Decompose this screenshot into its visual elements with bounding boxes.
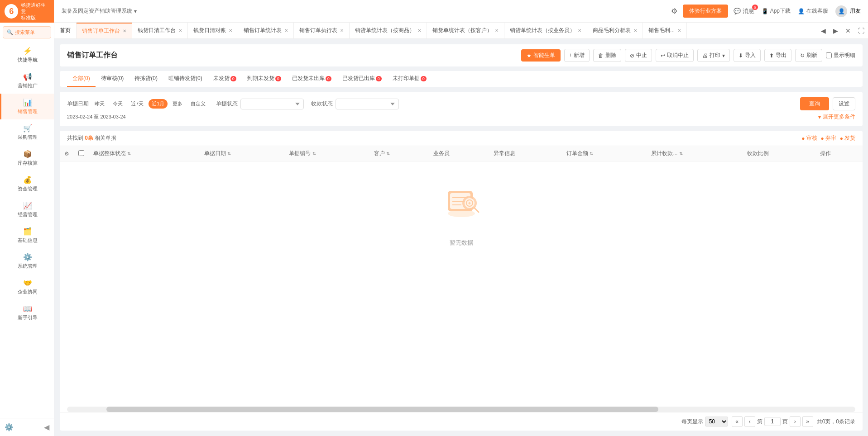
delete-button[interactable]: 🗑 删除: [593, 49, 621, 62]
sidebar-item-system[interactable]: ⚙️ 系统管理: [0, 248, 54, 274]
settings-icon[interactable]: ⚙️: [5, 423, 14, 431]
solution-button[interactable]: 体验行业方案: [683, 5, 728, 18]
tab-close-sales-more[interactable]: ✕: [677, 28, 681, 33]
date-custom-btn[interactable]: 自定义: [187, 99, 209, 109]
import-button[interactable]: ⬇ 导入: [734, 49, 761, 62]
select-all-checkbox[interactable]: [78, 150, 84, 156]
col-date[interactable]: 单据日期 ⇅: [200, 146, 285, 161]
cancel-audit-action-button[interactable]: ● 弃审: [821, 134, 836, 142]
sidebar-item-purchase[interactable]: 🛒 采购管理: [0, 119, 54, 145]
subtab-pending-inspect[interactable]: 待拣货(0): [129, 71, 163, 87]
tab-close-sales-single-staff[interactable]: ✕: [578, 28, 581, 33]
page-input[interactable]: [764, 417, 781, 426]
sidebar-item-finance[interactable]: 💰 资金管理: [0, 171, 54, 197]
system-icon: ⚙️: [23, 253, 32, 261]
tab-close-cash-daily[interactable]: ✕: [178, 28, 182, 33]
subtab-not-shipped[interactable]: 未发货0: [208, 71, 242, 87]
show-detail-checkbox[interactable]: [826, 52, 832, 58]
per-page-select[interactable]: 50 100: [705, 417, 728, 427]
tab-prev-button[interactable]: ◀: [817, 23, 830, 39]
col-amount[interactable]: 订单金额 ⇅: [562, 146, 647, 161]
sidebar-item-marketing[interactable]: 📢 营销推广: [0, 68, 54, 94]
subtab-wangpu-pending[interactable]: 旺铺待发货(0): [163, 71, 208, 87]
col-customer[interactable]: 客户 ⇅: [369, 146, 429, 161]
date-7days-btn[interactable]: 近7天: [128, 99, 147, 109]
next-page-button[interactable]: ›: [790, 416, 801, 427]
payment-select[interactable]: [336, 99, 399, 109]
date-1month-btn[interactable]: 近1月: [149, 99, 168, 109]
tab-sales-single-product[interactable]: 销货单统计表（按商品） ✕: [350, 23, 427, 39]
col-settings[interactable]: ⚙: [60, 146, 74, 161]
refresh-button[interactable]: ↻ 刷新: [795, 49, 822, 62]
sidebar-item-sales[interactable]: 📊 销售管理: [0, 94, 54, 119]
show-detail-checkbox-label[interactable]: 显示明细: [826, 52, 855, 59]
export-button[interactable]: ⬆ 导出: [764, 49, 791, 62]
settings-gear-icon[interactable]: ⚙: [671, 7, 677, 15]
col-checkbox[interactable]: [74, 146, 89, 161]
tab-close-sales-stat[interactable]: ✕: [284, 28, 288, 33]
tab-close-sales-single-customer[interactable]: ✕: [495, 28, 499, 33]
col-status[interactable]: 单据整体状态 ⇅: [89, 146, 200, 161]
date-more-btn[interactable]: 更多: [169, 99, 186, 109]
tab-sales-workbench[interactable]: 销售订单工作台 ✕: [77, 23, 132, 39]
tab-sales-single-staff[interactable]: 销货单统计表（按业务员） ✕: [504, 23, 587, 39]
ship-action-button[interactable]: ● 发货: [840, 134, 855, 142]
subtab-all[interactable]: 全部(0): [67, 71, 96, 87]
tab-next-button[interactable]: ▶: [830, 23, 842, 39]
subtab-not-printed[interactable]: 未打印单据0: [387, 71, 432, 87]
sidebar-item-quick[interactable]: ⚡ 快捷导航: [0, 42, 54, 68]
user-menu-button[interactable]: 👤 用友: [835, 5, 861, 17]
sidebar-item-guide[interactable]: 📖 新手引导: [0, 300, 54, 326]
date-today-btn[interactable]: 今天: [110, 99, 126, 109]
expand-filters-button[interactable]: ▾ 展开更多条件: [818, 113, 855, 121]
date-yesterday-btn[interactable]: 昨天: [91, 99, 108, 109]
system-title[interactable]: 装备及固定资产辅助管理系统 ▾: [62, 7, 137, 15]
tab-home[interactable]: 首页: [54, 23, 77, 39]
tab-close-gross-profit[interactable]: ✕: [633, 28, 637, 33]
tab-close-sales-exec[interactable]: ✕: [340, 28, 344, 33]
smart-create-button[interactable]: ★ 智能生单: [521, 49, 561, 62]
tab-sales-more[interactable]: 销售毛利... ✕: [643, 23, 687, 39]
sidebar-item-inventory[interactable]: 📦 库存核算: [0, 145, 54, 171]
tab-sales-exec[interactable]: 销售订单执行表 ✕: [294, 23, 350, 39]
subtab-shipped-not-out[interactable]: 已发货未出库0: [287, 71, 337, 87]
col-number[interactable]: 单据编号 ⇅: [284, 146, 369, 161]
subtab-overdue-not-shipped[interactable]: 到期未发货0: [242, 71, 287, 87]
tab-sales-stat[interactable]: 销售订单统计表 ✕: [238, 23, 294, 39]
subtab-pending-audit[interactable]: 待审核(0): [96, 71, 129, 87]
tab-close-cash-reconcile[interactable]: ✕: [229, 28, 232, 33]
tab-gross-profit[interactable]: 商品毛利分析表 ✕: [587, 23, 643, 39]
set-button[interactable]: 设置: [833, 97, 855, 110]
print-button[interactable]: 🖨 打印 ▾: [697, 49, 730, 62]
sidebar-item-collab[interactable]: 🤝 企业协同: [0, 274, 54, 300]
status-select[interactable]: [240, 99, 304, 109]
first-page-button[interactable]: «: [732, 416, 743, 427]
suspend-button[interactable]: ⊘ 中止: [625, 49, 652, 62]
search-menu-button[interactable]: 🔍 搜索菜单: [3, 26, 51, 38]
col-collected[interactable]: 累计收款... ⇅: [647, 146, 742, 161]
tab-close-sales-single-product[interactable]: ✕: [417, 28, 421, 33]
audit-action-button[interactable]: ● 审核: [801, 134, 817, 142]
tab-sales-single-customer[interactable]: 销货单统计表（按客户） ✕: [427, 23, 504, 39]
subtab-shipped-out[interactable]: 已发货已出库0: [337, 71, 387, 87]
tab-cash-daily[interactable]: 钱货日清工作台 ✕: [132, 23, 188, 39]
tab-maximize-button[interactable]: ⛶: [854, 23, 868, 39]
sidebar-item-operation[interactable]: 📈 经营管理: [0, 197, 54, 223]
add-button[interactable]: + 新增: [564, 49, 590, 62]
last-page-button[interactable]: »: [802, 416, 813, 427]
cancel-suspend-button[interactable]: ↩ 取消中止: [656, 49, 694, 62]
table-scroll-area[interactable]: ⚙ 单据整体状态 ⇅ 单据日期 ⇅: [60, 146, 863, 407]
collapse-icon[interactable]: ◀: [44, 423, 49, 431]
print-dropdown-icon: ▾: [722, 52, 725, 59]
prev-page-button[interactable]: ‹: [744, 416, 755, 427]
horizontal-scrollbar[interactable]: [67, 407, 855, 412]
query-button[interactable]: 查询: [800, 97, 829, 110]
tab-close-sales-workbench[interactable]: ✕: [123, 28, 126, 33]
sidebar-item-basic[interactable]: 🗂️ 基础信息: [0, 223, 54, 248]
scrollbar-thumb[interactable]: [106, 407, 658, 412]
tab-close-all-button[interactable]: ✕: [842, 23, 854, 39]
app-download-button[interactable]: 📱 App下载: [762, 7, 791, 15]
tab-cash-reconcile[interactable]: 钱货日清对账 ✕: [188, 23, 238, 39]
online-service-button[interactable]: 👤 在线客服: [798, 7, 828, 15]
message-button[interactable]: 💬 消息 6: [734, 7, 754, 15]
